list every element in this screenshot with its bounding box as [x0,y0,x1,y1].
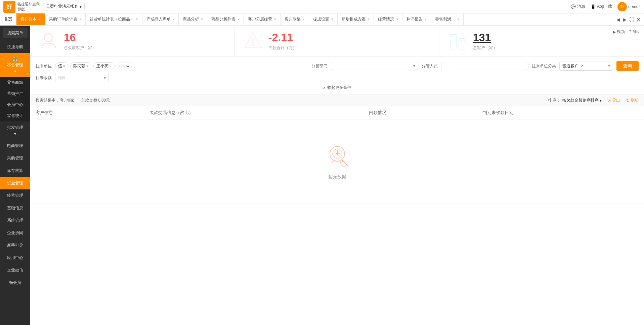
balance-select[interactable]: 选择... ▾ [55,74,109,82]
sidebar-item-enterprise-coop[interactable]: 企业协同 [0,227,30,239]
sidebar-item-member-center[interactable]: 会员中心 [0,99,30,110]
stat-info-arrears: -2.11 欠款合计（万） [268,31,297,51]
remove-tag-2[interactable]: × [110,64,112,68]
dept-select[interactable]: ▾ [331,62,418,70]
sidebar-item-basic-info[interactable]: 基础信息 [0,202,30,214]
remove-category-tag[interactable]: × [581,64,584,68]
sidebar-item-new-guide[interactable]: 新手引导 [0,239,30,252]
tab-operations[interactable]: 经营情况 × [374,13,402,26]
filter-tag-3[interactable]: cjttcw × [117,63,136,69]
nav-close-all-icon[interactable]: ✕ [635,16,642,23]
tab-product-analysis[interactable]: 商品分析 × [179,13,207,26]
tab-profit-report[interactable]: 利润报告 × [402,13,431,26]
close-icon[interactable]: × [303,17,305,21]
tab-product-analysis-list[interactable]: 商品分析列表 × [207,13,244,26]
video-btn[interactable]: ▶ 视频 [613,29,625,35]
sidebar-item-retail-stats[interactable]: 零售统计 [0,110,30,121]
filter-row-2: 往来余额 选择... ▾ [36,74,639,82]
tab-purchase-orders[interactable]: 采购订单统计表 × [45,13,86,26]
col-repayment: 回款情况 [363,106,477,119]
filter-more-tags[interactable]: ... [137,64,141,68]
col-overdue-date: 到期未收款日期 [477,106,644,119]
chevron-down-icon: ▾ [608,64,610,68]
tab-new-promotion[interactable]: 新增提成方案 × [338,13,374,26]
remove-tag-1[interactable]: × [86,64,88,68]
user-avatar[interactable]: D demo2 [617,2,641,11]
sidebar-item-retail-mgmt[interactable]: 🏪 零售管理 ▾ [0,53,30,77]
close-icon[interactable]: × [425,17,427,21]
remove-tag-3[interactable]: × [131,64,133,68]
help-btn[interactable]: ? 帮助 [629,29,640,35]
arrears-icon [243,31,263,51]
sort-select[interactable]: 按欠款金额倒序排序 ▾ [562,98,602,103]
tab-inbound-stats[interactable]: 进货单统计表（按商品） × [86,13,142,26]
filter-tag-1[interactable]: 陈民强 × [70,62,91,70]
sidebar-item-capital-mgmt[interactable]: 资金管理 [0,177,30,189]
message-button[interactable]: 💬 消息 [571,4,585,9]
no-data-icon [324,143,351,170]
tab-home[interactable]: 首页 [0,13,16,26]
sidebar-item-enterprise-wechat[interactable]: 企业微信 [0,264,30,277]
tab-customer-segment[interactable]: 客户分层经营 × [244,13,281,26]
sidebar-item-retail-mall[interactable]: 零售商城 [0,77,30,88]
sidebar-item-inventory-check[interactable]: 库存核算 [0,165,30,177]
close-icon[interactable]: × [136,17,138,21]
search-menu-button[interactable]: 搜索菜单 [3,28,28,38]
export-button[interactable]: ↗ 导出 [608,98,620,103]
app-download-button[interactable]: 📱 App下载 [591,4,612,9]
svg-point-2 [252,45,254,46]
unit-category-select[interactable]: 普通客户 × ▾ [559,62,613,71]
logo-area: 好 畅捷通好生意 标版 [3,1,40,13]
avatar-circle: D [617,2,627,11]
tab-retail-profit[interactable]: 零售利润（ × [431,13,464,26]
close-icon[interactable]: × [331,17,333,21]
sidebar-item-purchase-mgmt[interactable]: 采购管理 [0,152,30,165]
close-icon[interactable]: × [201,17,203,21]
sidebar-search-area: 搜索菜单 [0,26,30,41]
stats-header: 16 总欠款客户（家） -2.11 欠款合计（万） [30,26,644,57]
close-icon[interactable]: × [368,17,370,21]
total-clients-value: 131 [473,31,497,44]
stat-card-total-clients: 131 总客户（家） ▶ 视频 ? 帮助 [439,26,644,57]
chevron-down-icon: ▾ [104,76,106,80]
sidebar-item-quick-nav[interactable]: 快捷导航 [0,41,30,53]
filter-row-1: 往来单位 伍 × 陈民强 × 王小亮 × cjttcw [36,61,639,71]
store-selector[interactable]: 母婴行业演示帐套 ▾ [43,3,85,10]
nav-arrows: ◀ ▶ ⛶ ✕ [613,16,644,23]
more-options-icon[interactable]: ··· [445,64,449,68]
sidebar-item-system-mgmt[interactable]: 系统管理 [0,214,30,227]
customers-icon [38,31,58,51]
query-button[interactable]: 查询 [616,61,639,71]
remove-tag-0[interactable]: × [63,64,65,68]
collapse-button[interactable]: ∧ 收起更多条件 [36,85,639,91]
sidebar-item-app-center[interactable]: 应用中心 [0,252,30,264]
tab-promotion-settings[interactable]: 提成设置 × [309,13,338,26]
svg-point-14 [339,160,347,168]
tab-customer-contact[interactable]: 客户联络 × [281,13,309,26]
nav-expand-icon[interactable]: ⛶ [628,16,635,23]
sidebar-item-wholesale-mgmt[interactable]: 批发管理 ▾ [0,121,30,140]
filter-tags: 伍 × 陈民强 × 王小亮 × cjttcw × ... [55,62,308,70]
sidebar-item-operations-mgmt[interactable]: 经营管理 [0,189,30,202]
person-select[interactable]: ··· [441,62,528,70]
tab-cost-inbound[interactable]: 产成品入库单 × [142,13,179,26]
sidebar-item-member[interactable]: 畅会员 [0,277,30,289]
filter-tag-0[interactable]: 伍 × [55,62,68,70]
close-icon[interactable]: × [274,17,276,21]
close-icon[interactable]: × [396,17,398,21]
stat-info-total-clients: 131 总客户（家） [473,31,497,51]
sidebar-item-ecommerce-mgmt[interactable]: 电商管理 [0,140,30,152]
sidebar-item-marketing[interactable]: 营销推广 [0,88,30,99]
close-icon[interactable]: × [457,17,459,21]
filter-tag-2[interactable]: 王小亮 × [93,62,115,70]
close-icon[interactable]: × [79,17,81,21]
close-icon[interactable]: × [238,17,240,21]
refresh-button[interactable]: ↻ 刷新 [626,98,639,103]
close-icon[interactable]: × [173,17,175,21]
play-icon: ▶ [613,30,616,34]
tab-accounts[interactable]: 客户账本 × [16,13,45,26]
nav-left-arrow[interactable]: ◀ [615,16,621,23]
close-icon[interactable]: × [39,17,41,21]
nav-right-arrow[interactable]: ▶ [621,16,628,23]
sidebar: 搜索菜单 快捷导航 🏪 零售管理 ▾ 零售商城 营销推广 会员中心 零售统计 批… [0,26,30,325]
